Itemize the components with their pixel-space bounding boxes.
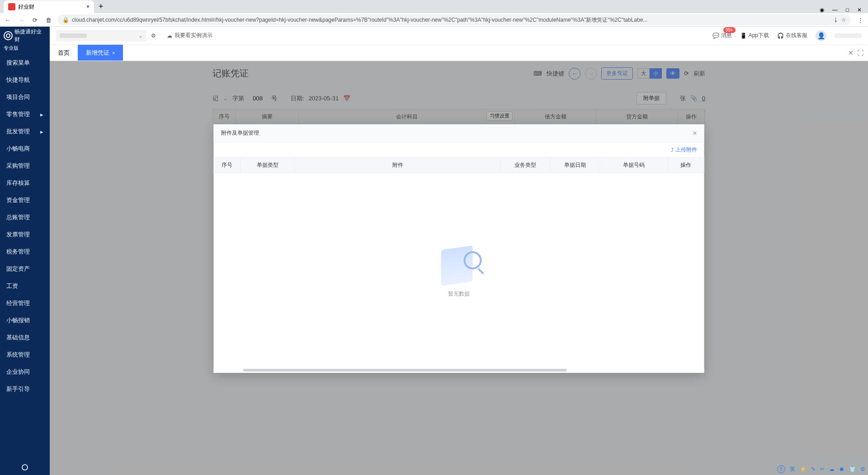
close-window-icon[interactable]: ✕ xyxy=(857,7,862,13)
sidebar-item[interactable]: 固定资产 xyxy=(0,260,50,277)
brand-text: 畅捷通好业财 xyxy=(14,28,46,43)
main: ⌄ ⚙ ☁ 我要看实例演示 💬 消息 99+ 📱 App下载 🎧 xyxy=(50,27,868,475)
star-icon[interactable]: ☆ xyxy=(841,17,846,23)
close-all-icon[interactable]: ✕ xyxy=(848,49,854,56)
favicon-icon xyxy=(8,3,15,10)
delete-icon[interactable]: 🗑 xyxy=(44,17,52,24)
headset-icon: 🎧 xyxy=(777,33,784,39)
settings-icon[interactable] xyxy=(22,464,28,470)
sidebar-item-label: 工资 xyxy=(6,282,18,290)
org-placeholder xyxy=(60,33,87,38)
mcol-seq: 序号 xyxy=(214,158,241,173)
tab-active-label: 新增凭证 xyxy=(86,49,109,57)
tray-cloud-icon[interactable]: ☁ xyxy=(829,466,835,472)
sidebar: 畅捷通好业财 专业版 搜索菜单快捷导航项目合同零售管理▸批发管理▸小畅电商采购管… xyxy=(0,27,50,475)
sidebar-item-label: 批发管理 xyxy=(6,127,30,136)
brand: 畅捷通好业财 xyxy=(0,27,50,45)
modal-body: 暂无数据 xyxy=(214,173,704,367)
app-header: ⌄ ⚙ ☁ 我要看实例演示 💬 消息 99+ 📱 App下载 🎧 xyxy=(50,27,868,45)
sidebar-item[interactable]: 税务管理 xyxy=(0,243,50,260)
tab-home-label: 首页 xyxy=(58,49,70,57)
sidebar-item-label: 小畅电商 xyxy=(6,145,30,153)
tray-record-icon[interactable]: ⏺ xyxy=(839,466,844,472)
sidebar-item[interactable]: 库存核算 xyxy=(0,174,50,192)
tab-new-voucher[interactable]: 新增凭证 × xyxy=(78,45,123,61)
close-icon[interactable]: × xyxy=(112,50,115,56)
tab-title: 好业财 xyxy=(18,3,34,11)
sidebar-item[interactable]: 工资 xyxy=(0,277,50,295)
page-tabs: 首页 新增凭证 × ✕ ⛶ xyxy=(50,45,868,61)
modal-title: 附件及单据管理 xyxy=(221,129,259,137)
sidebar-item[interactable]: 资金管理 xyxy=(0,192,50,209)
sidebar-item-label: 资金管理 xyxy=(6,196,30,204)
sidebar-item[interactable]: 搜索菜单 xyxy=(0,54,50,71)
sidebar-item[interactable]: 总账管理 xyxy=(0,209,50,226)
sidebar-item-label: 企业协同 xyxy=(6,368,30,376)
sidebar-item[interactable]: 采购管理 xyxy=(0,157,50,174)
sidebar-item-label: 项目合同 xyxy=(6,93,30,101)
maximize-icon[interactable]: □ xyxy=(846,7,849,13)
org-selector[interactable]: ⌄ xyxy=(56,30,146,42)
tray-gear-icon[interactable]: ⚙ xyxy=(860,466,865,472)
tray-scissors-icon[interactable]: ✂ xyxy=(820,466,825,472)
sidebar-item[interactable]: 零售管理▸ xyxy=(0,106,50,123)
sidebar-item[interactable]: 快捷导航 xyxy=(0,71,50,89)
sidebar-item-label: 库存核算 xyxy=(6,179,30,187)
chevron-down-icon: ⌄ xyxy=(138,33,143,39)
sidebar-item-label: 采购管理 xyxy=(6,162,30,170)
sidebar-item-label: 系统管理 xyxy=(6,351,30,359)
sidebar-item[interactable]: 企业协同 xyxy=(0,363,50,381)
sidebar-item[interactable]: 批发管理▸ xyxy=(0,123,50,140)
reload-icon[interactable]: ⟳ xyxy=(31,17,39,24)
sidebar-item-label: 基础信息 xyxy=(6,334,30,342)
download-button[interactable]: 📱 App下载 xyxy=(740,32,769,39)
sidebar-item[interactable]: 新手引导 xyxy=(0,381,50,398)
upload-button[interactable]: ⤴ 上传附件 xyxy=(671,146,697,154)
demo-link[interactable]: ☁ 我要看实例演示 xyxy=(167,32,212,39)
sidebar-item-label: 小畅报销 xyxy=(6,316,30,325)
url-input[interactable]: 🔒 cloud.chanjet.com/cc/u6d89qwnryel/57bf… xyxy=(58,14,851,25)
cloud-icon: ☁ xyxy=(167,33,172,39)
expand-icon[interactable]: ⛶ xyxy=(857,49,863,56)
tray-edit-icon[interactable]: ✎ xyxy=(811,466,816,472)
install-icon[interactable]: ⭳ xyxy=(833,17,839,23)
avatar[interactable]: 👤 xyxy=(816,30,826,41)
sidebar-item[interactable]: 项目合同 xyxy=(0,89,50,106)
url-text: cloud.chanjet.com/cc/u6d89qwnryel/57bfsk… xyxy=(72,16,830,24)
close-icon[interactable]: × xyxy=(693,129,697,137)
tab-home[interactable]: 首页 xyxy=(50,45,78,61)
minimize-icon[interactable]: — xyxy=(832,7,838,13)
back-icon[interactable]: ← xyxy=(4,17,12,24)
scroll-thumb[interactable] xyxy=(243,369,567,372)
new-tab-button[interactable]: + xyxy=(94,0,108,13)
ime-icon[interactable]: 王 xyxy=(777,465,785,473)
tray-shirt-icon[interactable]: 👕 xyxy=(849,466,856,472)
sidebar-item[interactable]: 小畅电商 xyxy=(0,140,50,157)
sidebar-footer xyxy=(0,460,50,475)
horizontal-scrollbar[interactable] xyxy=(214,367,704,373)
messages-button[interactable]: 💬 消息 99+ xyxy=(712,32,732,39)
sidebar-item[interactable]: 基础信息 xyxy=(0,329,50,346)
service-button[interactable]: 🎧 在线客服 xyxy=(777,32,807,39)
forward-icon[interactable]: → xyxy=(17,17,25,24)
browser-chrome: 好业财 × + ◉ — □ ✕ ← → ⟳ 🗑 🔒 cloud.chanjet.… xyxy=(0,0,868,27)
menu-icon[interactable]: ⋮ xyxy=(856,17,864,24)
sidebar-item-label: 快捷导航 xyxy=(6,76,30,84)
sidebar-item[interactable]: 系统管理 xyxy=(0,346,50,363)
empty-illustration xyxy=(432,243,486,284)
browser-tab[interactable]: 好业财 × xyxy=(4,0,94,13)
picture-in-picture-icon[interactable]: ◉ xyxy=(820,7,824,13)
sidebar-item[interactable]: 发票管理 xyxy=(0,226,50,243)
address-bar: ← → ⟳ 🗑 🔒 cloud.chanjet.com/cc/u6d89qwnr… xyxy=(0,13,868,27)
system-tray: 王 英 ⚡ ✎ ✂ ☁ ⏺ 👕 ⚙ xyxy=(777,465,865,473)
sidebar-item[interactable]: 小畅报销 xyxy=(0,312,50,329)
gear-icon[interactable]: ⚙ xyxy=(151,33,156,39)
tray-lightning-icon[interactable]: ⚡ xyxy=(800,466,807,472)
sidebar-item-label: 零售管理 xyxy=(6,110,30,118)
mcol-date: 单据日期 xyxy=(551,158,600,173)
sidebar-item[interactable]: 经营管理 xyxy=(0,295,50,312)
close-icon[interactable]: × xyxy=(86,4,90,10)
lock-icon: 🔒 xyxy=(62,17,69,23)
sidebar-item-label: 经营管理 xyxy=(6,299,30,307)
ime-lang[interactable]: 英 xyxy=(790,466,795,473)
